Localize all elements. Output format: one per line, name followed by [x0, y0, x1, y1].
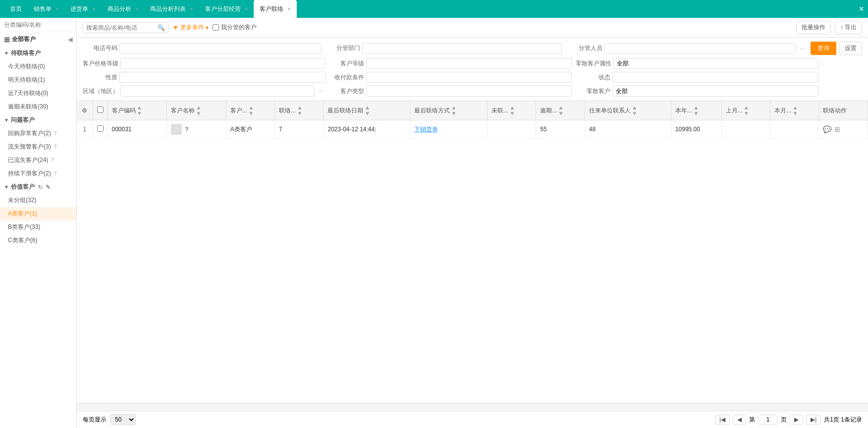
chat-icon[interactable]: 💬	[823, 125, 831, 133]
search-icon[interactable]: 🔍	[158, 24, 165, 31]
collapse-icon[interactable]: ◀	[68, 36, 72, 43]
col-overdue[interactable]: 逾期... ▲▼	[536, 101, 585, 120]
row-contact-count: 7	[275, 120, 324, 139]
section-value-customers[interactable]: ▼ 价值客户 ↻ ✎	[0, 180, 76, 194]
sidebar-item-today[interactable]: 今天待联络(0)	[0, 60, 76, 73]
col-last-contact-date[interactable]: 最后联络日期 ▲▼	[324, 101, 410, 120]
grid-icon: ⊞	[4, 36, 10, 44]
filter-row-3: 性质 收付款条件 状态	[83, 72, 862, 83]
col-contact-count[interactable]: 联络... ▲▼	[275, 101, 324, 120]
settings-button[interactable]: 设置	[839, 42, 862, 55]
help-icon[interactable]: ?	[54, 131, 57, 136]
toolbar-right: 批量操作 ↑ 导出	[796, 21, 862, 34]
batch-operation-button[interactable]: 批量操作	[796, 21, 831, 34]
close-window-icon[interactable]: ×	[859, 4, 864, 14]
page-number-input[interactable]	[758, 415, 778, 425]
filter-price-level-select[interactable]	[120, 58, 326, 69]
filter-scatter-attr-select[interactable]: 全部	[613, 58, 818, 69]
help-icon[interactable]: ?	[51, 158, 54, 163]
sidebar-item-b-class[interactable]: B类客户(33)	[0, 220, 76, 234]
first-page-button[interactable]: |◀	[715, 415, 730, 425]
sidebar-item-churn-warning[interactable]: 流失预警客户(3) ?	[0, 140, 76, 154]
my-customers-checkbox[interactable]	[213, 24, 219, 31]
next-page-button[interactable]: ▶	[790, 415, 803, 425]
sidebar-search-input[interactable]	[4, 21, 77, 28]
more-filter-button[interactable]: ▼ 更多条件 ▾	[172, 23, 209, 32]
contact-method-link[interactable]: 下销货单	[414, 126, 438, 133]
more-options-icon[interactable]: ···	[317, 88, 326, 95]
col-last-contact-method[interactable]: 最后联络方式 ▲▼	[410, 101, 487, 120]
filter-scatter-select[interactable]: 全部	[612, 86, 818, 97]
filter-phone-input[interactable]	[119, 43, 322, 54]
sidebar-search-area: 🔍	[0, 18, 76, 32]
row-select-checkbox[interactable]	[97, 125, 104, 132]
close-icon[interactable]: ×	[245, 6, 248, 12]
col-contact-person[interactable]: 往来单位联系人 ▲▼	[585, 101, 671, 120]
tab-product-analysis[interactable]: 商品分析 ×	[102, 0, 144, 18]
sidebar-item-overdue[interactable]: 逾期未联络(30)	[0, 100, 76, 113]
col-type[interactable]: 客户... ▲▼	[226, 101, 274, 120]
sidebar-item-a-class[interactable]: A类客户(1)	[0, 207, 76, 220]
col-current-month[interactable]: 本月... ▲▼	[770, 101, 818, 120]
sidebar-all-customers[interactable]: ⊞ 全部客户 ◀	[0, 32, 76, 47]
close-icon[interactable]: ×	[92, 6, 95, 12]
filter-manager-input[interactable]	[604, 43, 796, 54]
col-last-month[interactable]: 上月... ▲▼	[721, 101, 770, 120]
filter-customer-type-label: 客户类型	[329, 87, 364, 96]
filter-customer-level: 客户等级	[329, 58, 572, 69]
prev-page-button[interactable]: ◀	[733, 415, 746, 425]
select-all-checkbox[interactable]	[97, 107, 104, 113]
tab-purchase[interactable]: 进货单 ×	[64, 0, 101, 18]
sidebar-item-abnormal[interactable]: 回购异常客户(2) ?	[0, 127, 76, 140]
filter-customer-level-select[interactable]	[366, 58, 572, 69]
search-input[interactable]	[86, 24, 156, 31]
filter-price-level: 客户价格等级	[83, 58, 326, 69]
col-checkbox	[93, 101, 108, 120]
tab-customer-contact[interactable]: 客户联络 ×	[254, 0, 296, 18]
close-icon[interactable]: ×	[55, 6, 58, 12]
col-no-contact[interactable]: 未联... ▲▼	[487, 101, 536, 120]
close-icon[interactable]: ×	[135, 6, 138, 12]
filter-customer-type-input[interactable]	[366, 86, 572, 97]
help-icon[interactable]: ?	[54, 144, 57, 150]
sidebar-item-churned[interactable]: 已流失客户(24) ?	[0, 154, 76, 167]
tab-product-analysis-list[interactable]: 商品分析列表 ×	[144, 0, 199, 18]
tab-sales[interactable]: 销售单 ×	[28, 0, 64, 18]
sidebar-item-c-class[interactable]: C类客户(6)	[0, 234, 76, 247]
sidebar-item-declining[interactable]: 持续下滑客户(2) ?	[0, 167, 76, 180]
last-page-button[interactable]: ▶|	[806, 415, 821, 425]
refresh-icon[interactable]: ↻	[38, 184, 43, 191]
filter-region-input[interactable]	[120, 86, 315, 97]
sidebar-item-unclassified[interactable]: 未分组(32)	[0, 194, 76, 207]
sidebar-item-7days[interactable]: 近7天待联络(0)	[0, 87, 76, 100]
section-pending-contact[interactable]: ▼ 待联络客户	[0, 47, 76, 60]
filter-nature-select[interactable]	[119, 72, 326, 83]
qr-icon[interactable]: ⊞	[834, 125, 840, 133]
edit-icon[interactable]: ✎	[46, 184, 51, 191]
avatar	[171, 124, 182, 135]
section-problem-customers[interactable]: ▼ 问题客户	[0, 113, 76, 127]
my-customers-checkbox-label[interactable]: 我分管的客户	[213, 23, 257, 32]
sort-icon: ▲▼	[196, 105, 202, 116]
help-icon[interactable]: ?	[54, 171, 57, 176]
filter-dept-select[interactable]	[362, 43, 562, 54]
col-name[interactable]: 客户名称 ▲▼	[167, 101, 226, 120]
col-year-amount[interactable]: 本年... ▲▼	[671, 101, 721, 120]
filter-region: 区域（地区） ···	[83, 86, 326, 97]
filter-payment-select[interactable]	[366, 72, 572, 83]
footer-right: |◀ ◀ 第 页 ▶ ▶| 共1页 1条记录	[715, 415, 862, 425]
close-icon[interactable]: ×	[287, 6, 290, 12]
col-settings[interactable]: ⚙	[77, 101, 93, 120]
filter-status-select[interactable]	[612, 72, 818, 83]
col-code[interactable]: 客户编码 ▲▼	[108, 101, 167, 120]
tab-home[interactable]: 首页	[4, 0, 28, 18]
horizontal-scrollbar[interactable]	[77, 403, 868, 411]
close-icon[interactable]: ×	[190, 6, 193, 12]
export-button[interactable]: ↑ 导出	[835, 21, 862, 34]
per-page-select[interactable]: 50 100	[110, 414, 136, 425]
more-options-icon[interactable]: ···	[798, 45, 807, 52]
tab-customer-tier[interactable]: 客户分层经营 ×	[199, 0, 254, 18]
sidebar-item-tomorrow[interactable]: 明天待联络(1)	[0, 73, 76, 87]
filter-status-label: 状态	[576, 73, 610, 82]
query-button[interactable]: 查询	[811, 42, 836, 55]
